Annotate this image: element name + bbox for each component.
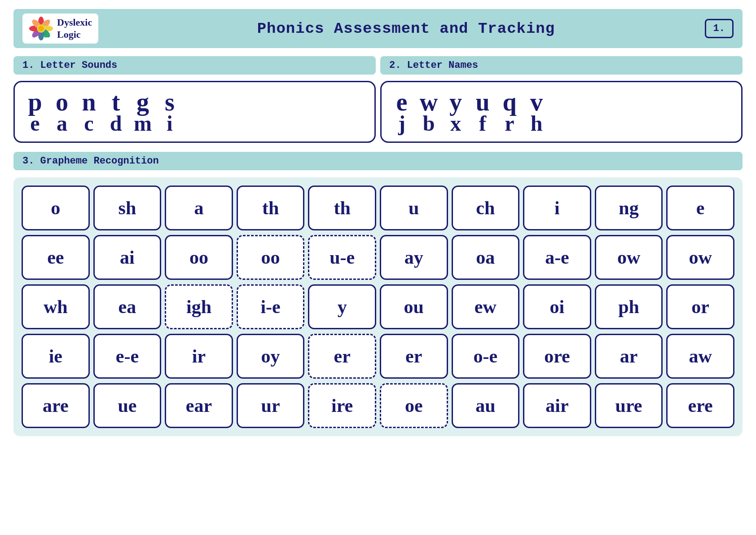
- page-number: 1.: [705, 19, 734, 38]
- letter-sounds-box: peoanctdgmsi: [13, 81, 376, 143]
- grapheme-cell-3-0: ie: [22, 334, 90, 379]
- grapheme-cell-4-5: oe: [380, 383, 448, 428]
- grapheme-cell-1-7: a-e: [523, 235, 591, 280]
- logo-line1: Dyslexic: [57, 17, 92, 28]
- grapheme-cell-1-0: ee: [22, 235, 90, 280]
- grapheme-cell-2-1: ea: [93, 284, 162, 329]
- grapheme-cell-0-2: a: [165, 186, 233, 230]
- section2-header: 2. Letter Names: [380, 56, 743, 75]
- grapheme-row-3: iee-eiroyerero-eorearaw: [22, 334, 734, 379]
- letter-sound-cell-1: oa: [53, 89, 71, 134]
- grapheme-cell-2-3: i-e: [237, 284, 305, 329]
- grapheme-cell-2-5: ou: [380, 284, 448, 329]
- grapheme-cell-4-1: ue: [93, 383, 162, 428]
- grapheme-cell-3-8: ar: [595, 334, 663, 379]
- letter-sound-cell-4: gm: [133, 89, 152, 134]
- grapheme-cell-4-0: are: [22, 383, 90, 428]
- sections-1-2-bar: 1. Letter Sounds 2. Letter Names: [13, 56, 743, 75]
- letter-name-cell-2: yx: [446, 89, 465, 134]
- grapheme-cell-2-7: oi: [523, 284, 591, 329]
- letter-sound-cell-0: pe: [26, 89, 44, 134]
- grapheme-cell-0-5: u: [380, 186, 448, 230]
- grapheme-cell-2-6: ew: [452, 284, 520, 329]
- grapheme-cell-4-6: au: [452, 383, 520, 428]
- logo-area: Dyslexic Logic: [22, 13, 98, 44]
- section1-header: 1. Letter Sounds: [13, 56, 376, 75]
- grapheme-cell-4-3: ur: [237, 383, 305, 428]
- grapheme-cell-1-9: ow: [666, 235, 734, 280]
- grapheme-cell-3-1: e-e: [93, 334, 162, 379]
- grapheme-cell-1-3: oo: [237, 235, 305, 280]
- grapheme-cell-0-7: i: [523, 186, 591, 230]
- letter-name-cell-4: qr: [500, 89, 519, 134]
- letter-name-cell-5: vh: [527, 89, 546, 134]
- grapheme-cell-1-8: ow: [595, 235, 663, 280]
- grapheme-cell-3-9: aw: [666, 334, 734, 379]
- grapheme-cell-2-8: ph: [595, 284, 663, 329]
- grapheme-cell-0-1: sh: [93, 186, 162, 230]
- logo-line2: Logic: [57, 29, 92, 40]
- grapheme-cell-0-6: ch: [452, 186, 520, 230]
- grapheme-cell-3-5: er: [380, 334, 448, 379]
- logo-icon: [29, 16, 53, 41]
- grapheme-grid: oshaththuchingeeeaioooou-eayoaa-eowowwhe…: [13, 177, 743, 436]
- grapheme-cell-2-4: y: [308, 284, 376, 329]
- grapheme-cell-4-9: ere: [666, 383, 734, 428]
- header: Dyslexic Logic Phonics Assessment and Tr…: [13, 9, 743, 48]
- grapheme-cell-3-3: oy: [237, 334, 305, 379]
- grapheme-cell-1-5: ay: [380, 235, 448, 280]
- svg-point-9: [38, 26, 44, 31]
- grapheme-cell-1-1: ai: [93, 235, 162, 280]
- grapheme-cell-3-6: o-e: [452, 334, 520, 379]
- grapheme-cell-2-0: wh: [22, 284, 90, 329]
- grapheme-cell-4-4: ire: [308, 383, 376, 428]
- letter-sound-cell-5: si: [160, 89, 179, 134]
- grapheme-cell-0-0: o: [22, 186, 90, 230]
- grapheme-cell-3-4: er: [308, 334, 376, 379]
- grapheme-cell-0-3: th: [237, 186, 305, 230]
- letter-name-cell-1: wb: [419, 89, 438, 134]
- grapheme-cell-4-2: ear: [165, 383, 233, 428]
- section3-header: 3. Grapheme Recognition: [13, 152, 743, 170]
- grapheme-cell-0-4: th: [308, 186, 376, 230]
- grapheme-row-2: wheaighi-eyouewoiphor: [22, 284, 734, 329]
- letter-sound-cell-3: td: [106, 89, 125, 134]
- letter-sound-cell-2: nc: [79, 89, 98, 134]
- grapheme-row-0: oshaththuchinge: [22, 186, 734, 230]
- letter-name-cell-0: ej: [392, 89, 411, 134]
- header-title: Phonics Assessment and Tracking: [107, 20, 704, 37]
- grapheme-cell-1-6: oa: [452, 235, 520, 280]
- grapheme-cell-0-8: ng: [595, 186, 663, 230]
- grapheme-row-4: areueearurireoeauairureere: [22, 383, 734, 428]
- grapheme-cell-0-9: e: [666, 186, 734, 230]
- grapheme-cell-2-9: or: [666, 284, 734, 329]
- grapheme-cell-4-7: air: [523, 383, 591, 428]
- logo-text: Dyslexic Logic: [57, 17, 92, 40]
- grapheme-cell-1-4: u-e: [308, 235, 376, 280]
- page: Dyslexic Logic Phonics Assessment and Tr…: [0, 0, 756, 535]
- letter-boxes-row: peoanctdgmsi ejwbyxufqrvh: [13, 81, 743, 143]
- grapheme-cell-2-2: igh: [165, 284, 233, 329]
- letter-names-box: ejwbyxufqrvh: [380, 81, 743, 143]
- grapheme-cell-3-7: ore: [523, 334, 591, 379]
- grapheme-cell-3-2: ir: [165, 334, 233, 379]
- grapheme-row-1: eeaioooou-eayoaa-eowow: [22, 235, 734, 280]
- letter-name-cell-3: uf: [473, 89, 492, 134]
- grapheme-cell-4-8: ure: [595, 383, 663, 428]
- grapheme-cell-1-2: oo: [165, 235, 233, 280]
